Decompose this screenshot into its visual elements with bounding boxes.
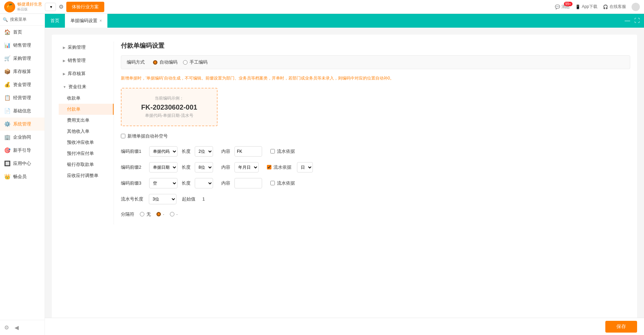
sub-menu-item-prepay-offset[interactable]: 预收冲应收单: [59, 137, 114, 148]
app-download-item[interactable]: 📱 App下载: [575, 4, 597, 10]
sub-menu-item-expense[interactable]: 费用支出单: [59, 115, 114, 126]
sub-menu-header-inventory[interactable]: ▶ 库存核算: [59, 68, 114, 80]
sidebar-search[interactable]: 🔍 搜索菜单: [0, 14, 45, 26]
sub-menu-header-purchase[interactable]: ▶ 采购管理: [59, 41, 114, 53]
sep-dot-option[interactable]: ·: [170, 212, 178, 217]
prefix-3-select[interactable]: 单据代码 单据日期 空: [149, 178, 177, 188]
online-service-item[interactable]: 🎧 在线客服: [603, 4, 626, 10]
sep-dash-radio[interactable]: [156, 212, 161, 216]
sub-menu-item-adjustment[interactable]: 应收应付调整单: [59, 170, 114, 181]
prefix-3-follow-input[interactable]: [270, 181, 275, 185]
sub-menu: ▶ 采购管理 ▶ 销售管理 ▶ 库存核算: [59, 41, 114, 224]
code-preview-value: FK-20230602-001: [130, 103, 209, 111]
sidebar-item-member-label: 畅会员: [13, 174, 27, 180]
messages-item[interactable]: 💬 消息 99+: [555, 4, 570, 10]
sidebar-item-inventory[interactable]: 📦 库存核算: [0, 65, 45, 78]
dropdown-button[interactable]: ▾: [45, 3, 56, 11]
sep-none-option[interactable]: 无: [140, 211, 151, 217]
sep-dash-option[interactable]: ·: [156, 212, 164, 217]
inventory-icon: 📦: [4, 68, 10, 75]
page-title: 付款单编码设置: [121, 41, 630, 50]
sidebar-item-sales[interactable]: 📊 销售管理: [0, 39, 45, 52]
tab-home[interactable]: 首页: [45, 14, 65, 28]
prefix-2-length-label: 长度: [182, 164, 191, 170]
top-bar-right: 💬 消息 99+ 📱 App下载 🎧 在线客服: [555, 3, 640, 11]
prefix-3-content-input[interactable]: [234, 178, 262, 188]
sidebar-item-basic[interactable]: 📄 基础信息: [0, 104, 45, 118]
sidebar-item-home[interactable]: 🏠 首页: [0, 26, 45, 39]
prefix-2-select[interactable]: 单据代码 单据日期 空: [149, 162, 177, 173]
try-industry-button[interactable]: 体验行业方案: [66, 2, 104, 12]
nav-minimize-button[interactable]: —: [623, 16, 632, 25]
sidebar-item-enterprise[interactable]: 🏢 企业协同: [0, 131, 45, 144]
arrow-down-icon: ▼: [63, 85, 66, 89]
sidebar-item-sales-label: 销售管理: [13, 42, 31, 48]
home-icon: 🏠: [4, 29, 10, 35]
auto-code-radio[interactable]: [153, 60, 157, 65]
sidebar-item-business[interactable]: 📋 经营管理: [0, 91, 45, 104]
coding-method-section: 编码方式 自动编码 手工编码: [121, 55, 630, 69]
gear-button[interactable]: ⚙: [59, 3, 64, 10]
prefix-1-select[interactable]: 单据代码 单据日期 空: [149, 146, 177, 157]
serial-length-select[interactable]: 2位 3位 4位 5位: [149, 194, 176, 204]
main-content: ▶ 采购管理 ▶ 销售管理 ▶ 库存核算: [45, 28, 644, 335]
sidebar-item-basic-label: 基础信息: [13, 108, 31, 114]
sub-menu-item-bank[interactable]: 银行存取款单: [59, 159, 114, 170]
sep-dot-radio[interactable]: [170, 212, 174, 216]
sidebar-item-apps[interactable]: 🔲 应用中心: [0, 157, 45, 170]
separator-row: 分隔符 无 · ·: [121, 211, 630, 217]
auto-code-option[interactable]: 自动编码: [153, 59, 177, 65]
collapse-icon[interactable]: ◀: [13, 323, 20, 332]
sep-dot-label: ·: [176, 212, 178, 217]
arrow-right-icon: ▶: [63, 46, 66, 49]
prefix-2-follow-label: 流水依据: [273, 164, 291, 170]
sub-menu-group-finance: ▼ 资金往来 收款单 付款单 费用支出单 其他收入单: [59, 81, 114, 181]
sub-menu-header-sales[interactable]: ▶ 销售管理: [59, 55, 114, 66]
nav-maximize-button[interactable]: ⛶: [633, 16, 641, 25]
prefix-1-content-input[interactable]: [234, 146, 262, 157]
serial-row: 流水号长度 2位 3位 4位 5位 起始值 1: [121, 194, 630, 204]
sub-menu-header-finance[interactable]: ▼ 资金往来: [59, 81, 114, 93]
sidebar-item-newbie[interactable]: 🎯 新手引导: [0, 144, 45, 157]
coding-method-radio-group: 自动编码 手工编码: [153, 59, 208, 65]
sidebar-item-finance-label: 资金管理: [13, 82, 31, 88]
search-icon: 🔍: [3, 17, 8, 22]
sidebar-bottom: ⚙ ◀: [0, 320, 45, 335]
prefix-2-length-select[interactable]: 2位 4位 8位: [195, 162, 213, 173]
app-download-label: App下载: [582, 4, 597, 10]
logo-text-block: 畅捷通好生意 标品版: [17, 2, 42, 12]
user-avatar[interactable]: [632, 3, 640, 11]
layout-container: ▶ 采购管理 ▶ 销售管理 ▶ 库存核算: [59, 41, 630, 224]
manual-code-radio[interactable]: [183, 60, 188, 65]
manual-code-option[interactable]: 手工编码: [183, 59, 208, 65]
start-value-label: 起始值: [182, 196, 195, 202]
manual-code-label: 手工编码: [190, 59, 208, 65]
sep-none-label: 无: [146, 211, 151, 217]
sep-none-radio[interactable]: [140, 212, 144, 216]
prefix-2-content-select[interactable]: 年 年月 年月日: [234, 162, 259, 173]
sidebar-item-member[interactable]: 👑 畅会员: [0, 170, 45, 183]
sidebar-item-finance[interactable]: 💰 资金管理: [0, 78, 45, 91]
sidebar-item-system[interactable]: ⚙️ 系统管理: [0, 118, 45, 131]
prefix-row-3: 编码前缀3 单据代码 单据日期 空 长度 2位 4位 内容: [121, 178, 630, 188]
auto-fill-checkbox[interactable]: [121, 134, 125, 138]
sidebar-item-home-label: 首页: [13, 29, 22, 35]
code-preview-box: 当前编码示例： FK-20230602-001 单据代码-单据日期-流水号: [121, 88, 218, 126]
sidebar-item-purchase[interactable]: 🛒 采购管理: [0, 52, 45, 65]
download-icon: 📱: [575, 4, 580, 9]
tab-home-label: 首页: [50, 18, 59, 24]
prefix-2-unit-select[interactable]: 日 月 年: [297, 162, 313, 173]
sub-menu-item-advance-offset[interactable]: 预付冲应付单: [59, 148, 114, 159]
prefix-1-content-label: 内容: [221, 148, 230, 155]
prefix-1-follow-input[interactable]: [270, 149, 275, 153]
save-button[interactable]: 保存: [605, 321, 637, 333]
prefix-1-length-select[interactable]: 2位 4位 8位: [195, 146, 213, 157]
prefix-3-length-select[interactable]: 2位 4位: [195, 178, 213, 188]
tab-close-icon[interactable]: ×: [99, 18, 102, 23]
sub-menu-item-receipt[interactable]: 收款单: [59, 93, 114, 104]
prefix-2-follow-input[interactable]: [267, 165, 271, 169]
tab-active[interactable]: 单据编码设置 ×: [65, 14, 107, 28]
sub-menu-item-other-income[interactable]: 其他收入单: [59, 126, 114, 137]
sub-menu-item-payment[interactable]: 付款单: [59, 104, 114, 115]
settings-bottom-icon[interactable]: ⚙: [3, 323, 10, 332]
